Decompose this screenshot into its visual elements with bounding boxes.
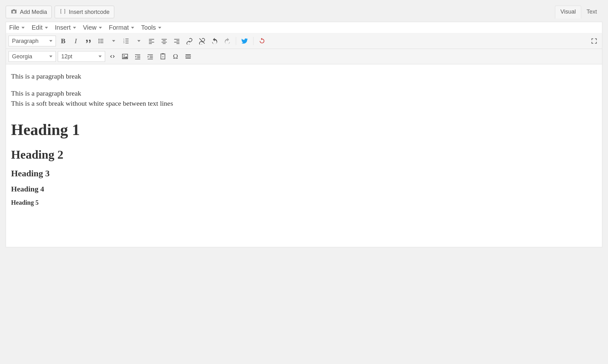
editor-wrap: Add Media Insert shortcode Visual Text F… (6, 6, 602, 247)
toolbar-row-1: Paragraph B I 123 (6, 33, 602, 49)
svg-rect-29 (137, 57, 140, 58)
chevron-down-icon (131, 27, 134, 29)
insert-shortcode-button[interactable]: Insert shortcode (55, 6, 114, 18)
refresh-button[interactable] (257, 36, 267, 46)
menubar: File Edit Insert View Format Tools (6, 22, 602, 33)
svg-rect-32 (150, 56, 153, 56)
insert-shortcode-label: Insert shortcode (69, 9, 110, 15)
unlink-button[interactable] (197, 36, 207, 46)
chevron-down-icon (137, 40, 140, 42)
paste-text-button[interactable]: T (158, 51, 168, 62)
undo-icon (211, 38, 218, 44)
align-right-icon (173, 38, 180, 44)
bullet-list-button[interactable] (96, 36, 106, 46)
menu-tools[interactable]: Tools (141, 24, 161, 31)
tab-text[interactable]: Text (581, 6, 602, 19)
add-media-button[interactable]: Add Media (6, 6, 52, 18)
svg-rect-7 (125, 39, 128, 39)
svg-text:3: 3 (123, 42, 124, 44)
numbered-list-dropdown[interactable] (134, 36, 144, 46)
menu-format[interactable]: Format (109, 24, 134, 31)
image-button[interactable] (120, 51, 130, 62)
chevron-down-icon (21, 27, 25, 29)
svg-rect-28 (137, 56, 140, 56)
svg-rect-9 (125, 41, 128, 41)
svg-rect-21 (176, 40, 179, 41)
tab-visual[interactable]: Visual (555, 6, 581, 19)
redo-button[interactable] (222, 36, 233, 46)
svg-rect-23 (176, 43, 179, 44)
outdent-button[interactable] (132, 51, 143, 62)
numbered-list-icon: 123 (123, 38, 130, 44)
italic-button[interactable]: I (70, 36, 81, 46)
svg-point-0 (98, 39, 100, 40)
image-icon (122, 53, 128, 60)
heading-5: Heading 5 (11, 199, 597, 206)
svg-rect-14 (149, 42, 154, 43)
svg-rect-30 (135, 59, 140, 59)
outdent-icon (134, 53, 141, 60)
shortcode-icon (59, 8, 66, 16)
camera-icon (10, 8, 17, 16)
fullscreen-icon (591, 38, 598, 44)
heading-3: Heading 3 (11, 168, 597, 179)
svg-rect-38 (186, 55, 191, 56)
twitter-button[interactable] (239, 36, 250, 46)
undo-button[interactable] (209, 36, 220, 46)
svg-rect-27 (135, 55, 140, 55)
svg-rect-34 (148, 59, 153, 59)
source-code-button[interactable] (107, 51, 118, 62)
refresh-icon (259, 38, 265, 44)
svg-rect-5 (100, 43, 103, 43)
editor-tabs: Visual Text (555, 6, 602, 19)
redo-icon (224, 38, 231, 44)
heading-4: Heading 4 (11, 185, 597, 193)
quote-icon (85, 38, 92, 44)
omega-icon: Ω (173, 52, 178, 61)
font-select[interactable]: Georgia (9, 51, 56, 62)
align-right-button[interactable] (171, 36, 182, 46)
special-char-button[interactable]: Ω (170, 51, 181, 62)
fontsize-select[interactable]: 12pt (58, 51, 105, 62)
indent-icon (147, 53, 154, 60)
svg-rect-40 (186, 58, 191, 59)
blockquote-button[interactable] (83, 36, 94, 46)
menu-edit[interactable]: Edit (32, 24, 48, 31)
read-more-button[interactable] (183, 51, 194, 62)
numbered-list-button[interactable]: 123 (121, 36, 132, 46)
svg-rect-17 (163, 40, 165, 41)
svg-point-26 (123, 55, 125, 56)
chevron-down-icon (158, 27, 161, 29)
chevron-down-icon (49, 56, 52, 57)
svg-rect-18 (162, 42, 167, 43)
paragraph: This is a paragraph break This is a soft… (11, 88, 597, 109)
toolbar-separator (253, 37, 253, 45)
svg-rect-12 (149, 39, 154, 40)
toolbar-separator (236, 37, 236, 45)
align-center-icon (161, 38, 168, 44)
toolbar-row-2: Georgia 12pt T Ω (6, 49, 602, 64)
svg-rect-1 (100, 39, 103, 40)
svg-rect-15 (149, 43, 152, 44)
chevron-down-icon (112, 40, 115, 42)
menu-insert[interactable]: Insert (55, 24, 76, 31)
format-select[interactable]: Paragraph (9, 36, 56, 46)
unlink-icon (199, 38, 206, 44)
chevron-down-icon (99, 27, 102, 29)
link-button[interactable] (184, 36, 195, 46)
align-left-button[interactable] (146, 36, 157, 46)
bullet-list-dropdown[interactable] (108, 36, 119, 46)
svg-rect-11 (125, 43, 128, 44)
svg-rect-13 (149, 40, 152, 41)
chevron-down-icon (73, 27, 76, 29)
menu-view[interactable]: View (83, 24, 102, 31)
fullscreen-button[interactable] (589, 36, 599, 46)
bullet-list-icon (98, 38, 104, 44)
svg-rect-31 (148, 55, 153, 55)
menu-file[interactable]: File (9, 24, 25, 31)
paragraph: This is a paragraph break (11, 71, 597, 81)
editor-content[interactable]: This is a paragraph break This is a para… (6, 64, 602, 247)
align-center-button[interactable] (159, 36, 170, 46)
indent-button[interactable] (145, 51, 156, 62)
bold-button[interactable]: B (58, 36, 69, 46)
